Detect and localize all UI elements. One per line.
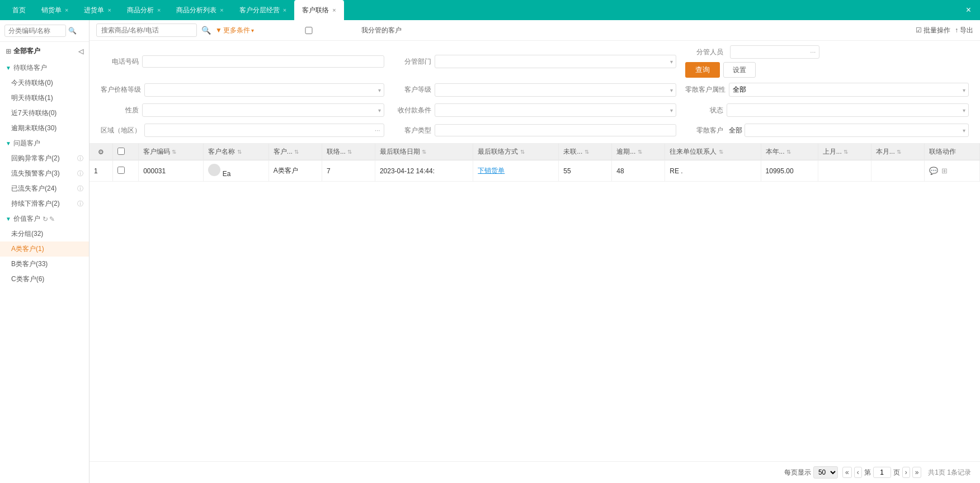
- close-icon[interactable]: ×: [65, 7, 68, 13]
- region-dots[interactable]: ···: [144, 124, 384, 137]
- sidebar-item-churned[interactable]: 已流失客户(24) ⓘ: [0, 181, 89, 196]
- customer-table: ⚙ 客户编码 ⇅ 客户名称 ⇅ 客户... ⇅: [89, 144, 980, 182]
- filter-bar: 🔍 ▼ 更多条件 ▾ 我分管的客户 ☑ 批量操作 ↑ 导出: [89, 20, 980, 41]
- payment-select[interactable]: [435, 103, 677, 117]
- query-buttons: 查询 设置: [685, 62, 756, 78]
- my-customers-checkbox[interactable]: 我分管的客户: [258, 26, 402, 35]
- edit-icon[interactable]: ✎: [49, 215, 55, 223]
- nav-analysis-list[interactable]: 商品分析列表 ×: [168, 0, 231, 20]
- settings-button[interactable]: 设置: [723, 62, 756, 78]
- sidebar-item-tomorrow[interactable]: 明天待联络(1): [0, 91, 89, 106]
- sidebar-item-overdue[interactable]: 逾期未联络(30): [0, 121, 89, 136]
- filter-search-icon[interactable]: 🔍: [201, 26, 211, 35]
- manager-dots[interactable]: ···: [730, 45, 819, 59]
- row-select-checkbox[interactable]: [117, 167, 125, 174]
- row-checkbox[interactable]: [113, 160, 139, 182]
- filter-customer-type: 客户类型: [389, 122, 681, 139]
- retail-attr-select[interactable]: 全部: [729, 83, 969, 97]
- nav-home[interactable]: 首页: [4, 0, 34, 20]
- top-nav: 首页 销货单 × 进货单 × 商品分析 × 商品分析列表 × 客户分层经营 × …: [0, 0, 980, 20]
- sort-icon[interactable]: ⇅: [719, 149, 723, 155]
- nav-customer-tier[interactable]: 客户分层经营 ×: [232, 0, 294, 20]
- sort-icon[interactable]: ⇅: [844, 149, 848, 155]
- close-all-button[interactable]: ×: [962, 5, 976, 15]
- triangle-icon: ▼: [6, 140, 11, 146]
- more-conditions-button[interactable]: ▼ 更多条件 ▾: [215, 26, 254, 35]
- sidebar-item-repurchase-abnormal[interactable]: 回购异常客户(2) ⓘ: [0, 151, 89, 166]
- my-customers-check[interactable]: [258, 27, 359, 34]
- row-name: Ea: [204, 160, 268, 182]
- sidebar-group-pending[interactable]: ▼ 待联络客户: [0, 60, 89, 75]
- sort-icon[interactable]: ⇅: [638, 149, 642, 155]
- close-icon[interactable]: ×: [157, 7, 161, 13]
- nav-customer-contact[interactable]: 客户联络 ×: [294, 0, 343, 20]
- chevron-icon: ▾: [251, 27, 254, 34]
- phone-input[interactable]: [142, 55, 384, 68]
- customer-type-input[interactable]: [435, 124, 677, 136]
- table-header-name: 客户名称 ⇅: [204, 144, 268, 160]
- nav-sales[interactable]: 销货单 ×: [34, 0, 76, 20]
- status-select[interactable]: [727, 103, 969, 117]
- price-level-select[interactable]: [144, 83, 384, 97]
- sort-icon[interactable]: ⇅: [786, 149, 791, 155]
- sidebar-item-class-c[interactable]: C类客户(6): [0, 272, 89, 287]
- page-navigation: « ‹ 第 页 › » 共1页 1条记录: [842, 467, 971, 478]
- sort-icon[interactable]: ⇅: [897, 149, 901, 155]
- sort-icon[interactable]: ⇅: [172, 149, 176, 155]
- filter-payment: 收付款条件: [389, 102, 681, 119]
- next-page-button[interactable]: ›: [902, 467, 910, 478]
- nature-select[interactable]: [142, 103, 384, 117]
- nav-purchase[interactable]: 进货单 ×: [76, 0, 119, 20]
- sort-icon[interactable]: ⇅: [347, 149, 352, 155]
- export-button[interactable]: ↑ 导出: [955, 26, 973, 35]
- avatar: [208, 164, 220, 176]
- sidebar-item-churn-warning[interactable]: 流失预警客户(3) ⓘ: [0, 166, 89, 181]
- nav-analysis[interactable]: 商品分析 ×: [119, 0, 168, 20]
- department-select[interactable]: [435, 55, 677, 68]
- sidebar-all-customers[interactable]: ⊞ 全部客户 ◁: [0, 42, 89, 60]
- refresh-icon[interactable]: ↻: [43, 215, 48, 223]
- sidebar-item-class-b[interactable]: B类客户(33): [0, 257, 89, 272]
- sidebar-item-ungrouped[interactable]: 未分组(32): [0, 226, 89, 242]
- row-code: 000031: [139, 160, 204, 182]
- sidebar-search-input[interactable]: [4, 25, 66, 37]
- close-icon[interactable]: ×: [332, 7, 336, 13]
- close-icon[interactable]: ×: [220, 7, 223, 13]
- sidebar-item-class-a[interactable]: A类客户(1): [0, 242, 89, 257]
- batch-operation-button[interactable]: ☑ 批量操作: [916, 26, 950, 35]
- sort-icon[interactable]: ⇅: [520, 149, 525, 155]
- prev-page-button[interactable]: ‹: [854, 467, 862, 478]
- query-button[interactable]: 查询: [685, 62, 720, 78]
- table-header-overdue: 逾期... ⇅: [612, 144, 665, 160]
- page-number-input[interactable]: [873, 467, 891, 478]
- last-page-button[interactable]: »: [912, 467, 922, 478]
- table-checkbox-header[interactable]: [113, 144, 139, 160]
- sidebar-group-problems[interactable]: ▼ 问题客户: [0, 136, 89, 151]
- per-page-select[interactable]: 50: [813, 466, 838, 479]
- search-input[interactable]: [96, 23, 197, 37]
- first-page-button[interactable]: «: [842, 467, 852, 478]
- sidebar-item-declining[interactable]: 持续下滑客户(2) ⓘ: [0, 196, 89, 211]
- sort-icon[interactable]: ⇅: [585, 149, 589, 155]
- table-gear-header[interactable]: ⚙: [89, 144, 113, 160]
- sidebar-group-value[interactable]: ▼ 价值客户 ↻ ✎: [0, 211, 89, 226]
- row-uncontacted: 55: [559, 160, 612, 182]
- customer-level-select[interactable]: [435, 83, 677, 97]
- sidebar-item-today[interactable]: 今天待联络(0): [0, 75, 89, 91]
- chat-icon[interactable]: 💬: [929, 167, 938, 175]
- collapse-icon[interactable]: ◁: [78, 48, 83, 55]
- sidebar-search-icon[interactable]: 🔍: [68, 27, 77, 35]
- content-area: 🔍 ▼ 更多条件 ▾ 我分管的客户 ☑ 批量操作 ↑ 导出: [89, 20, 980, 483]
- close-icon[interactable]: ×: [107, 7, 111, 13]
- sidebar-item-7days[interactable]: 近7天待联络(0): [0, 106, 89, 121]
- sort-icon[interactable]: ⇅: [422, 149, 426, 155]
- sort-icon[interactable]: ⇅: [237, 149, 242, 155]
- close-icon[interactable]: ×: [283, 7, 286, 13]
- retail-customer-select[interactable]: [745, 124, 969, 137]
- row-last-method[interactable]: 下销货单: [473, 160, 559, 182]
- table-header-actions: 联络动作: [924, 144, 979, 160]
- sort-icon[interactable]: ⇅: [294, 149, 299, 155]
- qr-icon[interactable]: ⊞: [941, 167, 948, 175]
- info-icon: ⓘ: [77, 200, 83, 208]
- select-all-checkbox[interactable]: [117, 148, 125, 155]
